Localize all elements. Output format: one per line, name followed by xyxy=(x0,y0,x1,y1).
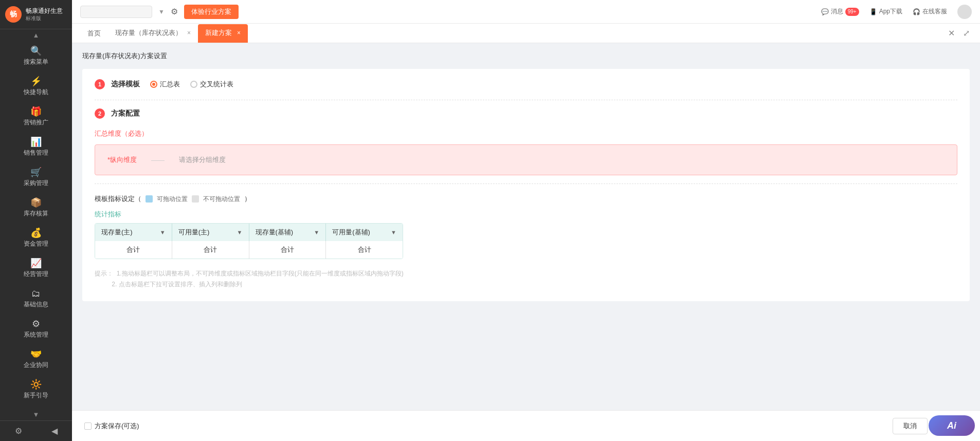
template-radio-group: 汇总表 交叉统计表 xyxy=(150,80,233,89)
sidebar: 畅 畅康通好生意 标准版 ▲ 🔍 搜索菜单 ⚡ 快捷导航 🎁 营销推广 📊 销售… xyxy=(0,0,72,441)
stats-table-header: 现存量(主) ▼ 可用量(主) ▼ 现存量(基辅) ▼ 可用量(基辅) xyxy=(95,224,403,241)
radio-summary-label: 汇总表 xyxy=(160,80,180,89)
dimension-box[interactable]: *纵向维度 —— 请选择分组维度 xyxy=(95,144,957,175)
tip1: 提示： 1.拖动标题栏可以调整布局，不可跨维度或指标区域拖动栏目字段(只能在同一… xyxy=(95,269,957,278)
dimension-placeholder: 请选择分组维度 xyxy=(179,155,226,164)
sidebar-item-label: 搜索菜单 xyxy=(24,58,48,66)
tabs-bar: 首页 现存量（库存状况表） × 新建方案 × ✕ ⤢ xyxy=(72,24,980,43)
save-checkbox-box[interactable] xyxy=(84,422,92,430)
inventory-icon: 📦 xyxy=(30,198,42,207)
stats-cell-3: 合计 xyxy=(326,241,403,259)
sidebar-item-inventory[interactable]: 📦 库存核算 xyxy=(0,193,72,223)
user-avatar[interactable] xyxy=(957,5,972,19)
stats-cell-0: 合计 xyxy=(95,241,172,259)
non-draggable-label: 不可拖动位置 xyxy=(203,195,240,204)
topbar-gear-icon[interactable]: ⚙ xyxy=(171,7,178,16)
app-download-label: App下载 xyxy=(879,7,902,16)
divider2 xyxy=(95,183,957,184)
tab-inventory-close[interactable]: × xyxy=(187,29,191,36)
save-checkbox-label: 方案保存(可选) xyxy=(95,421,139,431)
col-3-chevron: ▼ xyxy=(391,229,396,235)
expand-btn[interactable]: ⤢ xyxy=(961,28,972,38)
sidebar-item-app-center[interactable]: 📱 应用中心 xyxy=(0,405,72,409)
sidebar-item-sales[interactable]: 📊 销售管理 xyxy=(0,132,72,162)
radio-cross-dot xyxy=(190,81,197,88)
cancel-button[interactable]: 取消 xyxy=(893,418,928,434)
draggable-label: 可拖动位置 xyxy=(157,195,188,204)
step1-badge: 1 xyxy=(95,79,105,89)
app-logo-text: 畅康通好生意 标准版 xyxy=(26,7,63,23)
tab-inventory-status[interactable]: 现存量（库存状况表） × xyxy=(108,24,198,43)
stats-col-3-label: 可用量(基辅) xyxy=(332,228,370,237)
stats-section-label: 统计指标 xyxy=(95,210,957,219)
tab-home[interactable]: 首页 xyxy=(80,25,108,42)
radio-cross[interactable]: 交叉统计表 xyxy=(190,80,233,89)
sidebar-footer: ⚙ ◀ xyxy=(0,420,72,441)
save-checkbox[interactable]: 方案保存(可选) xyxy=(84,421,139,431)
stats-col-0[interactable]: 现存量(主) ▼ xyxy=(95,224,172,241)
sidebar-item-label: 库存核算 xyxy=(24,209,48,218)
step1-row: 1 选择模板 汇总表 交叉统计表 xyxy=(95,79,957,89)
app-logo-icon: 畅 xyxy=(5,6,22,23)
tab-new-plan[interactable]: 新建方案 × xyxy=(198,24,248,43)
toggle-sidebar-icon[interactable]: ◀ xyxy=(51,426,58,436)
basic-info-icon: 🗂 xyxy=(31,289,41,298)
sidebar-item-label: 营销推广 xyxy=(24,118,48,127)
sidebar-item-new-guide[interactable]: 🔆 新手引导 xyxy=(0,375,72,405)
tab-new-plan-close[interactable]: × xyxy=(237,29,241,36)
col-2-chevron: ▼ xyxy=(314,229,319,235)
close-tab-btn[interactable]: ✕ xyxy=(946,28,957,38)
sidebar-item-quick-nav[interactable]: ⚡ 快捷导航 xyxy=(0,71,72,102)
stats-cell-2: 合计 xyxy=(249,241,326,259)
message-badge: 99+ xyxy=(845,8,859,16)
sidebar-item-label: 经营管理 xyxy=(24,270,48,279)
settings-icon[interactable]: ⚙ xyxy=(15,426,22,436)
stats-cell-1: 合计 xyxy=(172,241,249,259)
sidebar-item-system[interactable]: ⚙ 系统管理 xyxy=(0,314,72,344)
online-service-label: 在线客服 xyxy=(922,7,947,16)
trial-btn[interactable]: 体验行业方案 xyxy=(184,5,239,19)
ai-floating-button[interactable]: Ai xyxy=(929,415,975,436)
indicator-setting-label: 模板指标设定（ 可拖动位置 不可拖动位置 ） xyxy=(95,194,957,204)
sidebar-item-label: 系统管理 xyxy=(24,330,48,339)
config-card: 1 选择模板 汇总表 交叉统计表 2 方案配置 xyxy=(82,69,970,301)
message-btn[interactable]: 💬 消息 99+ xyxy=(821,7,859,16)
sidebar-item-marketing[interactable]: 🎁 营销推广 xyxy=(0,102,72,132)
sidebar-item-basic-info[interactable]: 🗂 基础信息 xyxy=(0,284,72,314)
app-download-btn[interactable]: 📱 App下载 xyxy=(869,7,902,16)
topbar-search-input[interactable] xyxy=(80,6,152,18)
stats-col-2[interactable]: 现存量(基辅) ▼ xyxy=(249,224,326,241)
main-area: ▼ ⚙ 体验行业方案 💬 消息 99+ 📱 App下载 🎧 在线客服 首页 xyxy=(72,0,980,441)
step2-label: 方案配置 xyxy=(111,109,140,118)
draggable-tag xyxy=(146,195,153,203)
online-service-btn[interactable]: 🎧 在线客服 xyxy=(913,7,947,16)
sidebar-item-operations[interactable]: 📈 经营管理 xyxy=(0,253,72,284)
step2-row: 2 方案配置 xyxy=(95,108,957,119)
finance-icon: 💰 xyxy=(30,228,42,237)
ai-label: Ai xyxy=(947,420,956,431)
step1-label: 选择模板 xyxy=(111,80,140,89)
tab-new-plan-label: 新建方案 xyxy=(205,28,232,38)
stats-col-1[interactable]: 可用量(主) ▼ xyxy=(172,224,249,241)
radio-summary[interactable]: 汇总表 xyxy=(150,80,180,89)
sidebar-scroll-down[interactable]: ▼ xyxy=(0,409,72,420)
tab-inventory-label: 现存量（库存状况表） xyxy=(115,28,182,38)
col-0-chevron: ▼ xyxy=(160,229,166,235)
summary-dimension-title: 汇总维度（必选） xyxy=(95,129,957,138)
sidebar-item-purchase[interactable]: 🛒 采购管理 xyxy=(0,162,72,193)
cooperation-icon: 🤝 xyxy=(30,350,42,359)
sidebar-item-cooperation[interactable]: 🤝 企业协同 xyxy=(0,344,72,375)
sidebar-item-search[interactable]: 🔍 搜索菜单 xyxy=(0,41,72,71)
summary-dimension-section: 汇总维度（必选） *纵向维度 —— 请选择分组维度 xyxy=(95,129,957,175)
tips-section: 提示： 1.拖动标题栏可以调整布局，不可跨维度或指标区域拖动栏目字段(只能在同一… xyxy=(95,269,957,289)
sidebar-item-finance[interactable]: 💰 资金管理 xyxy=(0,223,72,253)
tabs-right: ✕ ⤢ xyxy=(946,28,972,38)
phone-icon: 📱 xyxy=(869,8,877,15)
col-1-chevron: ▼ xyxy=(237,229,243,235)
tab-home-label: 首页 xyxy=(87,29,101,38)
divider1 xyxy=(95,100,957,100)
sidebar-scroll-up[interactable]: ▲ xyxy=(0,29,72,41)
stats-col-2-label: 现存量(基辅) xyxy=(256,228,294,237)
topbar-dropdown-icon[interactable]: ▼ xyxy=(158,8,165,15)
stats-col-3[interactable]: 可用量(基辅) ▼ xyxy=(326,224,403,241)
